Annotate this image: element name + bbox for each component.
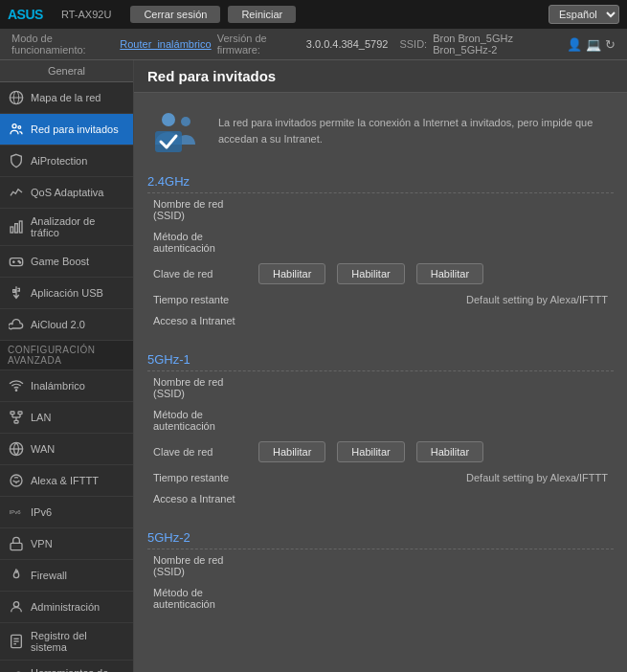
sidebar-item-ipv6[interactable]: IPv6 IPv6 (0, 497, 133, 528)
sidebar-label-aicloud: AiCloud 2.0 (31, 319, 85, 330)
sidebar-label-gameboost: Game Boost (31, 256, 89, 267)
model-name: RT-AX92U (61, 9, 111, 20)
time-label-5-1: Tiempo restante (147, 467, 253, 488)
sidebar-label-ipv6: IPv6 (31, 506, 52, 518)
svg-rect-7 (15, 224, 18, 233)
sidebar-item-inalambrico[interactable]: Inalámbrico (0, 370, 133, 402)
band-5ghz-1: 5GHz-1 Nombre de red (SSID) Método de au… (147, 347, 614, 509)
table-row: Acceso a Intranet (147, 488, 614, 509)
auth-label-5-1: Método de autenticación (147, 404, 253, 437)
sidebar-label-vpn: VPN (31, 538, 53, 549)
admin-icon (8, 598, 25, 616)
sidebar-item-lan[interactable]: LAN (0, 402, 133, 434)
alexa-text-2-4: Default setting by Alexa/IFTTT (253, 289, 614, 310)
band-5ghz-1-title: 5GHz-1 (147, 347, 614, 370)
table-row: Clave de red Habilitar Habilitar Habilit… (147, 437, 614, 467)
page-title: Red para invitados (147, 68, 276, 84)
buttons-5-1: Habilitar Habilitar Habilitar (253, 437, 614, 467)
auth-label-5-2: Método de autenticación (147, 582, 253, 615)
advanced-header: Configuración avanzada (0, 341, 133, 370)
svg-point-14 (15, 390, 16, 391)
password-label-5-1: Clave de red (147, 437, 253, 467)
sidebar-item-qos[interactable]: QoS Adaptativa (0, 177, 133, 209)
table-row: Nombre de red (SSID) (147, 371, 614, 404)
sidebar-item-alexa[interactable]: Alexa & IFTTT (0, 465, 133, 497)
sidebar-item-usb[interactable]: Aplicación USB (0, 278, 133, 309)
ssid-label-5-2: Nombre de red (SSID) (147, 549, 253, 582)
habilitar-btn-2-4-1[interactable]: Habilitar (258, 263, 325, 284)
mode-value[interactable]: Router_inalámbrico (120, 38, 211, 50)
habilitar-btn-2-4-2[interactable]: Habilitar (337, 263, 404, 284)
svg-rect-15 (11, 412, 14, 414)
lan-icon (8, 409, 25, 426)
habilitar-btn-5-1-1[interactable]: Habilitar (258, 441, 325, 462)
svg-point-13 (19, 262, 20, 263)
band-2-4ghz-table: Nombre de red (SSID) Método de autentica… (147, 193, 614, 331)
svg-point-5 (18, 126, 21, 129)
sidebar-label-herramientas: Herramientas de red (31, 667, 125, 672)
sidebar-item-herramientas[interactable]: Herramientas de red (0, 661, 133, 672)
shield-icon (8, 152, 25, 169)
ssid-label-5-1: Nombre de red (SSID) (147, 371, 253, 404)
users-icon (8, 121, 25, 138)
table-row: Método de autenticación (147, 226, 614, 258)
firmware-label: Versión de firmware: (217, 33, 301, 56)
sidebar-label-firewall: Firewall (31, 570, 67, 581)
sidebar-label-lan: LAN (31, 412, 51, 423)
time-label-2-4: Tiempo restante (147, 289, 253, 310)
sidebar-item-aicloud[interactable]: AiCloud 2.0 (0, 309, 133, 341)
sidebar-item-analizador[interactable]: Analizador de tráfico (0, 209, 133, 246)
restart-button[interactable]: Reiniciar (228, 6, 296, 23)
band-2-4ghz: 2.4GHz Nombre de red (SSID) Método de au… (147, 168, 614, 331)
band-5ghz-1-table: Nombre de red (SSID) Método de autentica… (147, 371, 614, 509)
sidebar-label-admin: Administración (31, 601, 100, 613)
ssids-value: Bron Bron_5GHz Bron_5GHz-2 (433, 33, 561, 56)
table-row: Tiempo restante Default setting by Alexa… (147, 289, 614, 310)
sidebar-item-admin[interactable]: Administración (0, 592, 133, 623)
topbar: ASUS RT-AX92U Cerrar sesión Reiniciar Es… (0, 0, 627, 29)
chart-icon (8, 184, 25, 201)
infobar-icons: 👤 💻 ↻ (567, 37, 616, 52)
ipv6-icon: IPv6 (8, 504, 25, 521)
sidebar-item-registro[interactable]: Registro del sistema (0, 623, 133, 661)
usb-icon (8, 284, 25, 302)
sidebar-item-red-invitados[interactable]: Red para invitados (0, 114, 133, 146)
sidebar-item-vpn[interactable]: VPN (0, 528, 133, 560)
alexa-text-5-1: Default setting by Alexa/IFTTT (253, 467, 614, 488)
info-description: La red para invitados permite la conexió… (218, 115, 614, 146)
info-box: La red para invitados permite la conexió… (134, 93, 627, 168)
buttons-2-4: Habilitar Habilitar Habilitar (253, 258, 614, 289)
sidebar-item-aiprotection[interactable]: AiProtection (0, 146, 133, 177)
ssid-label: SSID: (399, 38, 427, 50)
intranet-label-5-1: Acceso a Intranet (147, 488, 253, 509)
guest-network-icon (147, 104, 205, 157)
svg-point-33 (181, 117, 190, 126)
table-row: Método de autenticación (147, 404, 614, 437)
svg-point-27 (13, 602, 18, 607)
language-select[interactable]: Español English (549, 5, 619, 24)
sidebar-item-gameboost[interactable]: Game Boost (0, 246, 133, 278)
cloud-icon (8, 316, 25, 333)
infobar: Modo de funcionamiento: Router_inalámbri… (0, 29, 627, 60)
table-row: Método de autenticación (147, 582, 614, 615)
svg-rect-17 (14, 420, 18, 423)
vpn-icon (8, 535, 25, 552)
monitor-icon: 💻 (586, 37, 601, 52)
habilitar-btn-5-1-3[interactable]: Habilitar (416, 441, 483, 462)
logout-button[interactable]: Cerrar sesión (130, 6, 220, 23)
ssid-value-2-4 (253, 193, 614, 226)
bar-icon (8, 218, 25, 235)
refresh-icon[interactable]: ↻ (605, 37, 616, 52)
auth-value-5-1 (253, 404, 614, 437)
band-5ghz-2-title: 5GHz-2 (147, 525, 614, 549)
sidebar-item-firewall[interactable]: Firewall (0, 560, 133, 592)
svg-text:IPv6: IPv6 (10, 509, 22, 515)
log-icon (8, 633, 25, 650)
sidebar-item-mapa-red[interactable]: Mapa de la red (0, 82, 133, 114)
habilitar-btn-2-4-3[interactable]: Habilitar (416, 263, 483, 284)
alexa-icon (8, 472, 25, 489)
habilitar-btn-5-1-2[interactable]: Habilitar (337, 441, 404, 462)
password-label-2-4: Clave de red (147, 258, 253, 289)
sidebar-label-mapa-red: Mapa de la red (31, 92, 101, 103)
sidebar-item-wan[interactable]: WAN (0, 434, 133, 465)
